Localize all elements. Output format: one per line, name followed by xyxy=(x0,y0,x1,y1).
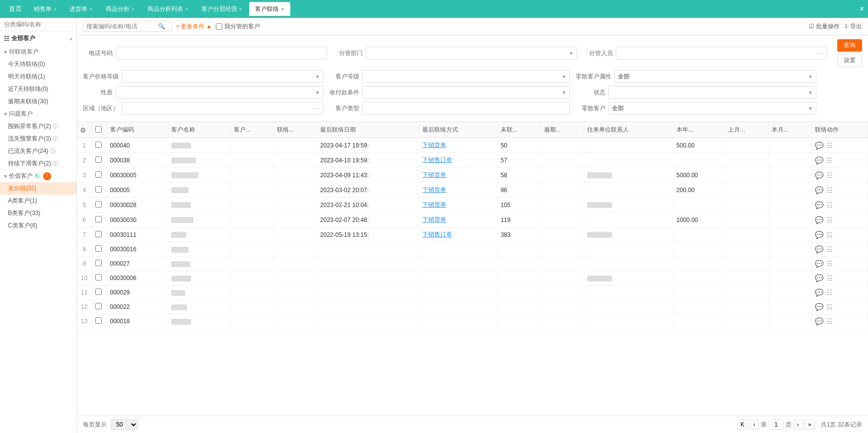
sidebar-item-class-b[interactable]: B类客户(33) xyxy=(0,207,76,219)
filter-manager-input[interactable]: ··· xyxy=(616,47,827,60)
more-action-icon[interactable]: ☷ xyxy=(826,186,833,194)
contact-method-link[interactable]: 下销售订单 xyxy=(422,156,452,163)
sidebar-group-value[interactable]: ▾ 价值客户 ↻ ! xyxy=(0,170,76,182)
close-customer-segment-icon[interactable]: × xyxy=(239,6,242,12)
row-checkbox[interactable] xyxy=(95,216,102,222)
cell-last-method[interactable]: 下销货单 xyxy=(419,168,498,183)
message-action-icon[interactable]: 💬 xyxy=(815,156,823,164)
row-checkbox[interactable] xyxy=(95,260,102,266)
contact-method-link[interactable]: 下销货单 xyxy=(422,186,446,193)
cell-check[interactable] xyxy=(92,257,107,271)
more-conditions-btn[interactable]: ▿ 更多条件 ▲ xyxy=(176,22,212,31)
contact-method-link[interactable]: 下销货单 xyxy=(422,142,446,148)
refresh-icon[interactable]: ↻ xyxy=(35,172,40,180)
cell-check[interactable] xyxy=(92,168,107,183)
filter-region-input[interactable]: ··· xyxy=(122,102,324,115)
message-action-icon[interactable]: 💬 xyxy=(815,303,823,311)
row-checkbox[interactable] xyxy=(95,231,102,237)
query-button[interactable]: 查询 xyxy=(837,39,862,52)
row-checkbox[interactable] xyxy=(95,289,102,295)
all-customers-header[interactable]: ☷ 全部客户 « xyxy=(0,31,76,46)
tab-sales[interactable]: 销售单 × xyxy=(28,2,63,16)
more-action-icon[interactable]: ☷ xyxy=(826,171,833,179)
sidebar-item-today[interactable]: 今天待联络(0) xyxy=(0,58,76,71)
last-page-btn[interactable]: » xyxy=(804,420,815,430)
tab-customer-contact[interactable]: 客户联络 × xyxy=(249,2,290,16)
cell-last-method[interactable] xyxy=(419,242,498,257)
collapse-sidebar-icon[interactable]: « xyxy=(69,36,72,42)
select-all-checkbox[interactable] xyxy=(95,126,102,133)
cell-check[interactable] xyxy=(92,153,107,168)
my-customers-checkbox-area[interactable]: 我分管的客户 xyxy=(216,22,260,31)
filter-status-input[interactable]: ▼ xyxy=(608,86,816,99)
message-action-icon[interactable]: 💬 xyxy=(815,289,823,296)
close-customer-contact-icon[interactable]: × xyxy=(281,6,284,12)
sidebar-item-ungroup[interactable]: 未分组(32) xyxy=(0,182,76,195)
page-number-input[interactable] xyxy=(769,420,784,430)
export-btn[interactable]: ⇩ 导出 xyxy=(844,22,862,31)
cell-last-method[interactable] xyxy=(419,286,498,300)
my-customers-checkbox[interactable] xyxy=(216,23,222,30)
message-action-icon[interactable]: 💬 xyxy=(815,260,823,268)
window-close-button[interactable]: × xyxy=(860,4,864,13)
more-action-icon[interactable]: ☷ xyxy=(826,142,833,149)
message-action-icon[interactable]: 💬 xyxy=(815,216,823,224)
more-action-icon[interactable]: ☷ xyxy=(826,156,833,164)
cell-check[interactable] xyxy=(92,138,107,153)
more-action-icon[interactable]: ☷ xyxy=(826,216,833,224)
tab-purchase[interactable]: 进货单 × xyxy=(64,2,98,16)
more-action-icon[interactable]: ☷ xyxy=(826,231,833,239)
filter-customer-level-input[interactable]: ▼ xyxy=(362,70,570,83)
cell-check[interactable] xyxy=(92,242,107,257)
sidebar-item-abnormal[interactable]: 囤购异常客户(2) ⓘ xyxy=(0,120,76,133)
message-action-icon[interactable]: 💬 xyxy=(815,186,823,194)
sidebar-item-class-a[interactable]: A类客户(1) xyxy=(0,195,76,207)
settings-gear-icon[interactable]: ⚙ xyxy=(80,126,86,134)
sidebar-item-declining[interactable]: 持续下滑客户(2) ⓘ xyxy=(0,157,76,170)
cell-last-method[interactable]: 下销售订单 xyxy=(419,153,498,168)
contact-method-link[interactable]: 下销货单 xyxy=(422,201,446,208)
row-checkbox[interactable] xyxy=(95,317,102,324)
cell-check[interactable] xyxy=(92,213,107,227)
filter-retail-customer-input[interactable]: 全部 ▼ xyxy=(608,102,816,115)
row-checkbox[interactable] xyxy=(95,303,102,309)
row-checkbox[interactable] xyxy=(95,142,102,148)
more-action-icon[interactable]: ☷ xyxy=(826,245,833,253)
message-action-icon[interactable]: 💬 xyxy=(815,274,823,282)
prev-page-btn[interactable]: ‹ xyxy=(750,420,759,430)
page-size-select[interactable]: 50 100 200 xyxy=(111,419,138,430)
row-checkbox[interactable] xyxy=(95,274,102,281)
cell-last-method[interactable] xyxy=(419,257,498,271)
main-search-icon[interactable]: 🔍 xyxy=(158,23,165,30)
sidebar-item-overdue[interactable]: 逾期未联络(30) xyxy=(0,95,76,108)
cell-last-method[interactable]: 下销货单 xyxy=(419,198,498,213)
message-action-icon[interactable]: 💬 xyxy=(815,245,823,253)
more-action-icon[interactable]: ☷ xyxy=(826,201,833,209)
main-search-input[interactable] xyxy=(86,23,156,30)
cell-check[interactable] xyxy=(92,198,107,213)
contact-method-link[interactable]: 下销货单 xyxy=(422,171,446,178)
sidebar-item-week[interactable]: 近7天待联络(0) xyxy=(0,83,76,95)
row-checkbox[interactable] xyxy=(95,171,102,178)
row-checkbox[interactable] xyxy=(95,156,102,163)
tab-product-analysis[interactable]: 商品分析 × xyxy=(100,2,140,16)
more-action-icon[interactable]: ☷ xyxy=(826,303,833,311)
sidebar-group-problem[interactable]: ▾ 问题客户 xyxy=(0,108,76,120)
filter-nature-input[interactable]: ▼ xyxy=(116,86,324,99)
first-page-btn[interactable]: K xyxy=(737,420,748,430)
cell-last-method[interactable]: 下销售订单 xyxy=(419,227,498,242)
cell-last-method[interactable]: 下销货单 xyxy=(419,183,498,198)
row-checkbox[interactable] xyxy=(95,186,102,193)
reset-button[interactable]: 设置 xyxy=(837,54,862,67)
sidebar-item-class-c[interactable]: C类客户(6) xyxy=(0,219,76,232)
row-checkbox[interactable] xyxy=(95,245,102,252)
cell-check[interactable] xyxy=(92,300,107,314)
close-product-list-icon[interactable]: × xyxy=(185,6,188,12)
tab-customer-segment[interactable]: 客户分层经营 × xyxy=(196,2,248,16)
message-action-icon[interactable]: 💬 xyxy=(815,142,823,149)
home-tab[interactable]: 首页 xyxy=(4,4,27,13)
cell-check[interactable] xyxy=(92,183,107,198)
cell-check[interactable] xyxy=(92,286,107,300)
filter-customer-type-input[interactable] xyxy=(362,102,570,115)
cell-check[interactable] xyxy=(92,271,107,286)
